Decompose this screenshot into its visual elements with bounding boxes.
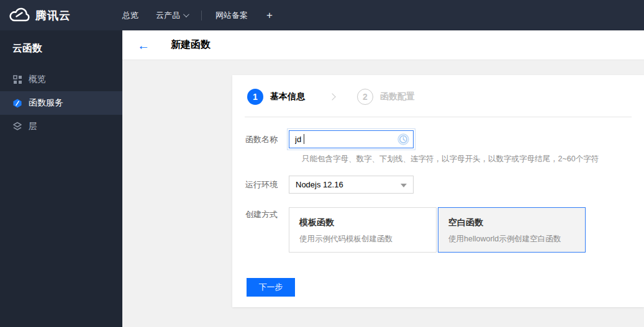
option-title: 模板函数 xyxy=(299,217,426,228)
option-blank-function[interactable]: 空白函数 使用helloworld示例创建空白函数 xyxy=(438,207,586,253)
sidebar: 云函数 概览 函数服务 层 xyxy=(0,30,122,327)
create-function-card: 1 基本信息 2 函数配置 函数名称 xyxy=(232,75,644,307)
creation-method-label: 创建方式 xyxy=(245,207,289,220)
nav-products[interactable]: 云产品 xyxy=(147,0,196,30)
top-navigation: 总览 云产品 网站备案 + xyxy=(114,0,283,30)
sidebar-item-label: 概览 xyxy=(29,74,46,85)
sidebar-item-layers[interactable]: 层 xyxy=(0,115,122,138)
basic-info-form: 函数名称 只能包含字母、数字、下划线、连字符，以字母开头，以数字或字母结尾，2~… xyxy=(232,130,644,253)
function-name-input[interactable] xyxy=(289,130,414,148)
sidebar-item-function-service[interactable]: 函数服务 xyxy=(0,91,122,115)
step-chevron-icon xyxy=(329,93,335,100)
nav-icp-record[interactable]: 网站备案 xyxy=(207,0,256,30)
text-cursor xyxy=(304,134,304,144)
function-name-label: 函数名称 xyxy=(245,134,289,145)
cloud-logo-icon xyxy=(9,7,30,23)
option-desc: 使用helloworld示例创建空白函数 xyxy=(448,234,575,244)
nav-divider xyxy=(201,11,202,20)
step-2-label: 函数配置 xyxy=(380,91,415,102)
sidebar-title: 云函数 xyxy=(0,30,122,68)
step-1-label: 基本信息 xyxy=(270,91,305,102)
next-step-button[interactable]: 下一步 xyxy=(247,278,295,297)
chevron-down-icon xyxy=(183,11,189,17)
wizard-steps: 1 基本信息 2 函数配置 xyxy=(232,75,644,105)
option-template-function[interactable]: 模板函数 使用示例代码模板创建函数 xyxy=(289,207,437,253)
step-1-circle: 1 xyxy=(247,89,263,105)
layers-icon xyxy=(12,122,22,132)
wizard-divider xyxy=(245,117,632,117)
step-2-circle: 2 xyxy=(357,89,373,105)
content-header: ← 新建函数 xyxy=(122,30,644,60)
runtime-selected-value: Nodejs 12.16 xyxy=(296,180,343,189)
brand-name: 腾讯云 xyxy=(35,8,71,23)
page-background: 1 基本信息 2 函数配置 函数名称 xyxy=(122,60,644,327)
option-desc: 使用示例代码模板创建函数 xyxy=(299,234,426,244)
nav-overview[interactable]: 总览 xyxy=(114,0,147,30)
sidebar-item-label: 函数服务 xyxy=(29,97,63,109)
option-title: 空白函数 xyxy=(448,217,575,228)
runtime-label: 运行环境 xyxy=(245,179,289,190)
function-shield-icon xyxy=(12,98,22,108)
sidebar-item-label: 层 xyxy=(29,121,37,132)
function-name-input-wrap xyxy=(289,130,414,148)
nav-products-label: 云产品 xyxy=(156,10,180,21)
arrow-left-icon[interactable]: ← xyxy=(137,39,150,52)
topbar: 腾讯云 总览 云产品 网站备案 + xyxy=(0,0,644,30)
grid-icon xyxy=(12,74,22,84)
caret-down-icon xyxy=(401,184,407,187)
page-title: 新建函数 xyxy=(171,38,211,52)
function-name-hint: 只能包含字母、数字、下划线、连字符，以字母开头，以数字或字母结尾，2~60个字符 xyxy=(302,154,644,164)
runtime-select[interactable]: Nodejs 12.16 xyxy=(289,176,414,194)
brand-logo[interactable]: 腾讯云 xyxy=(0,7,114,23)
clock-icon xyxy=(397,133,409,148)
creation-method-options: 模板函数 使用示例代码模板创建函数 空白函数 使用helloworld示例创建空… xyxy=(289,207,586,253)
sidebar-item-overview[interactable]: 概览 xyxy=(0,68,122,91)
add-tab-button[interactable]: + xyxy=(256,9,283,22)
